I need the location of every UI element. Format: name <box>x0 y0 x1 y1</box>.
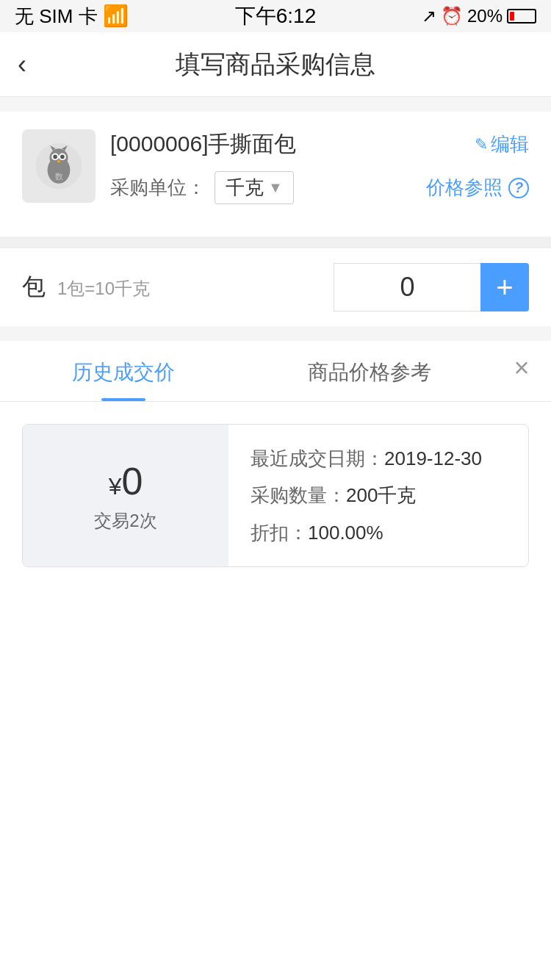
price-ref-label: 价格参照 <box>426 175 503 201</box>
tab-product-ref-label: 商品价格参考 <box>308 361 431 383</box>
status-time: 下午6:12 <box>235 2 317 30</box>
purchase-unit-label: 采购单位： <box>110 175 206 201</box>
history-transaction-count: 交易2次 <box>94 509 156 533</box>
tab-product-price-ref[interactable]: 商品价格参考 <box>246 341 492 401</box>
quantity-conversion: 1包=10千克 <box>57 277 150 300</box>
quantity-label-group: 包 1包=10千克 <box>22 271 150 303</box>
quantity-unit: 包 <box>22 271 46 303</box>
product-card: 数 [0000006]手撕面包 ✎ 编辑 采购单位： 千克 ▼ <box>0 112 551 237</box>
quantity-plus-button[interactable]: + <box>480 263 529 311</box>
status-bar: 无 SIM 卡 📶 下午6:12 ↗ ⏰ 20% <box>0 0 551 32</box>
wifi-icon: 📶 <box>103 4 129 27</box>
currency-symbol: ¥ <box>109 473 122 500</box>
location-icon: ↗ <box>422 6 436 26</box>
price-number: 0 <box>121 460 143 502</box>
unit-value: 千克 <box>226 175 264 201</box>
history-details: 最近成交日期：2019-12-30 采购数量：200千克 折扣：100.00% <box>228 425 528 566</box>
recent-date-label: 最近成交日期： <box>251 447 384 469</box>
product-info: [0000006]手撕面包 ✎ 编辑 采购单位： 千克 ▼ 价格参照 ? <box>110 129 529 204</box>
edit-label: 编辑 <box>491 131 529 157</box>
recent-date-value: 2019-12-30 <box>384 447 482 469</box>
product-name: [0000006]手撕面包 <box>110 129 296 159</box>
quantity-input-group: + <box>334 263 529 311</box>
purchase-qty-row: 采购数量：200千克 <box>251 482 506 508</box>
edit-button[interactable]: ✎ 编辑 <box>475 131 529 157</box>
svg-text:数: 数 <box>55 172 63 181</box>
history-price-value: ¥0 <box>109 459 143 503</box>
tab-history-label: 历史成交价 <box>72 361 175 383</box>
price-ref-button[interactable]: 价格参照 ? <box>426 175 529 201</box>
alarm-icon: ⏰ <box>441 6 463 26</box>
svg-point-6 <box>60 155 65 159</box>
section-divider <box>0 237 551 248</box>
product-thumbnail: 数 <box>22 129 96 203</box>
battery-fill <box>510 12 514 21</box>
tabs-header: 历史成交价 商品价格参考 × <box>0 341 551 402</box>
main-background <box>0 589 551 980</box>
unit-selector-group: 采购单位： 千克 ▼ <box>110 171 294 204</box>
history-price-summary: ¥0 交易2次 <box>23 425 228 566</box>
purchase-qty-value: 200千克 <box>346 484 416 506</box>
battery-percent: 20% <box>467 6 503 26</box>
svg-point-5 <box>53 155 57 159</box>
tab-history-price[interactable]: 历史成交价 <box>0 341 246 401</box>
back-button[interactable]: ‹ <box>18 49 26 80</box>
info-icon: ? <box>508 178 529 198</box>
unit-select-dropdown[interactable]: 千克 ▼ <box>215 171 294 204</box>
product-title-row: [0000006]手撕面包 ✎ 编辑 <box>110 129 529 159</box>
purchase-qty-label: 采购数量： <box>251 484 346 506</box>
purchase-unit-row: 采购单位： 千克 ▼ 价格参照 ? <box>110 171 529 204</box>
tabs-section: 历史成交价 商品价格参考 × ¥0 交易2次 最近成交日期：2019-12-30… <box>0 341 551 589</box>
product-image: 数 <box>33 140 84 192</box>
discount-label: 折扣： <box>251 522 308 544</box>
edit-icon: ✎ <box>475 135 488 154</box>
recent-date-row: 最近成交日期：2019-12-30 <box>251 445 506 472</box>
quantity-row: 包 1包=10千克 + <box>0 248 551 326</box>
status-left: 无 SIM 卡 📶 <box>15 4 129 29</box>
quantity-input[interactable] <box>334 263 480 311</box>
tab-close-button[interactable]: × <box>492 353 551 389</box>
history-content: ¥0 交易2次 最近成交日期：2019-12-30 采购数量：200千克 折扣：… <box>0 402 551 589</box>
battery-icon <box>507 9 536 24</box>
product-header: 数 [0000006]手撕面包 ✎ 编辑 采购单位： 千克 ▼ <box>22 129 529 204</box>
discount-row: 折扣：100.00% <box>251 519 506 546</box>
page-title: 填写商品采购信息 <box>176 48 375 82</box>
dropdown-arrow-icon: ▼ <box>268 179 283 196</box>
history-card: ¥0 交易2次 最近成交日期：2019-12-30 采购数量：200千克 折扣：… <box>22 424 529 567</box>
discount-value: 100.00% <box>308 522 383 544</box>
no-sim-text: 无 SIM 卡 <box>15 5 98 27</box>
nav-bar: ‹ 填写商品采购信息 <box>0 32 551 97</box>
status-right: ↗ ⏰ 20% <box>422 6 536 26</box>
